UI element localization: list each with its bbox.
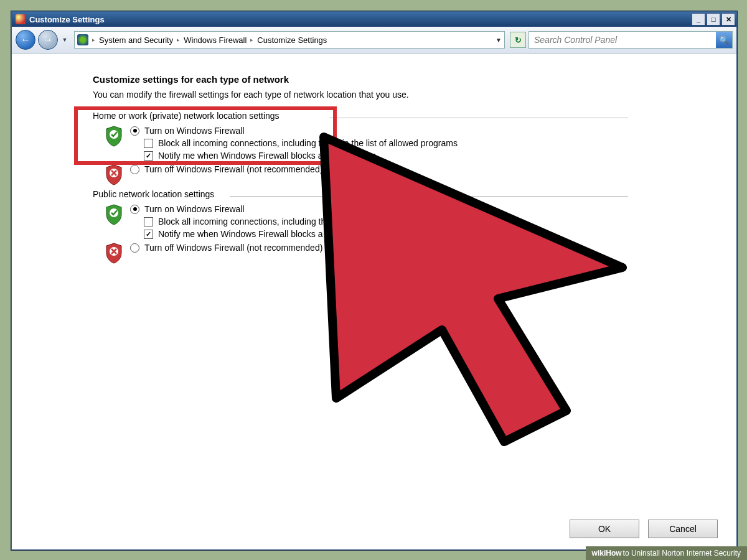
checkbox-block-public[interactable] [144, 217, 153, 226]
radio-label: Turn off Windows Firewall (not recommend… [144, 164, 322, 174]
search-icon[interactable]: 🔍 [716, 32, 732, 48]
divider [230, 195, 628, 197]
address-bar[interactable]: ▸ System and Security ▸ Windows Firewall… [74, 31, 505, 49]
checkbox-label: Notify me when Windows Firewall blocks a… [158, 151, 376, 161]
chevron-right-icon: ▸ [92, 37, 95, 43]
search-box[interactable]: 🔍 [529, 31, 733, 49]
breadcrumb-item[interactable]: Windows Firewall [184, 35, 247, 45]
wikihow-footer: wikiHow to Uninstall Norton Internet Sec… [586, 546, 747, 560]
window-frame: Customize Settings _ □ ✕ ← → ▼ ▸ System … [11, 11, 737, 550]
checkbox-label: Block all incoming connections, includin… [158, 138, 458, 148]
checkbox-notify-private[interactable]: ✓ [144, 151, 153, 161]
content-pane: Customize settings for each type of netw… [93, 74, 712, 268]
radio-label: Turn on Windows Firewall [144, 126, 245, 136]
checkbox-notify-public[interactable]: ✓ [144, 230, 153, 239]
radio-label: Turn off Windows Firewall (not recommend… [144, 243, 322, 253]
shield-ok-icon [105, 126, 123, 147]
radio-turn-off-private[interactable] [130, 165, 139, 174]
minimize-button[interactable]: _ [692, 13, 705, 26]
forward-button[interactable]: → [38, 30, 58, 50]
window-title: Customize Settings [29, 15, 105, 24]
shield-off-icon [105, 164, 123, 185]
navbar: ← → ▼ ▸ System and Security ▸ Windows Fi… [12, 27, 736, 54]
radio-turn-off-public[interactable] [130, 243, 139, 253]
firewall-icon [16, 14, 26, 24]
back-button[interactable]: ← [16, 30, 35, 50]
section-title-public: Public network location settings [93, 189, 712, 199]
history-dropdown[interactable]: ▼ [60, 30, 69, 49]
ok-button[interactable]: OK [570, 520, 639, 538]
checkbox-block-private[interactable] [144, 139, 153, 148]
radio-turn-on-private[interactable] [130, 126, 139, 136]
checkbox-label: Notify me when Windows Firewall blocks a… [158, 229, 376, 239]
button-bar: OK Cancel [570, 520, 718, 538]
shield-off-icon [105, 243, 123, 264]
section-title-private: Home or work (private) network location … [93, 111, 712, 121]
maximize-button[interactable]: □ [707, 13, 720, 26]
radio-label: Turn on Windows Firewall [144, 204, 245, 214]
breadcrumb-item[interactable]: Customize Settings [257, 35, 327, 45]
control-panel-icon [77, 34, 88, 45]
wikihow-caption: to Uninstall Norton Internet Security [623, 549, 741, 558]
chevron-right-icon: ▸ [177, 37, 180, 43]
titlebar: Customize Settings _ □ ✕ [12, 12, 736, 27]
breadcrumb-item[interactable]: System and Security [99, 35, 173, 45]
radio-turn-on-public[interactable] [130, 205, 139, 214]
close-button[interactable]: ✕ [721, 13, 735, 26]
chevron-right-icon: ▸ [250, 37, 253, 43]
cancel-button[interactable]: Cancel [648, 520, 718, 538]
page-description: You can modify the firewall settings for… [93, 90, 712, 100]
page-heading: Customize settings for each type of netw… [93, 74, 712, 85]
search-input[interactable] [533, 34, 716, 45]
shield-ok-icon [105, 204, 123, 225]
divider [329, 117, 628, 118]
wikihow-brand: wikiHow [592, 549, 622, 558]
checkbox-label: Block all incoming connections, includin… [158, 217, 458, 226]
address-dropdown-icon[interactable]: ▼ [496, 37, 502, 44]
refresh-button[interactable]: ↻ [510, 32, 526, 48]
